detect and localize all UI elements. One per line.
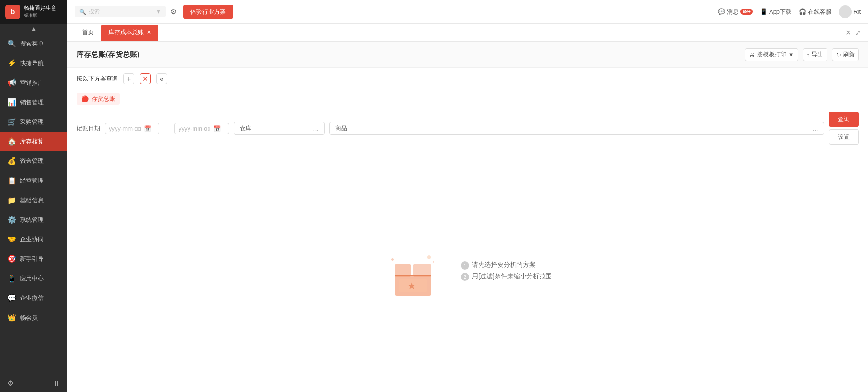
sidebar-label-operation: 经营管理	[20, 177, 44, 185]
date-label: 记账日期	[77, 124, 100, 132]
sidebar-label-member: 畅会员	[20, 314, 38, 322]
sidebar-icon-marketing: 📢	[7, 78, 15, 87]
date-end-input[interactable]: yyyy-mm-dd 📅	[174, 123, 229, 134]
logo-text: 畅捷通好生意	[24, 5, 56, 12]
print-button[interactable]: 🖨 按模板打印 ▼	[745, 48, 798, 61]
sidebar-item-sales[interactable]: 📊 销售管理	[0, 92, 67, 112]
sidebar-icon-operation: 📋	[7, 176, 15, 185]
empty-text: 1 请先选择要分析的方案 2 用[过滤]条件来缩小分析范围	[461, 258, 552, 284]
sidebar-item-system[interactable]: ⚙️ 系统管理	[0, 210, 67, 229]
sidebar-icon-search: 🔍	[7, 39, 15, 48]
sidebar-label-shortcut: 快捷导航	[20, 59, 44, 67]
query-form: 记账日期 yyyy-mm-dd 📅 — yyyy-mm-dd 📅 仓库 … 商品…	[67, 107, 868, 149]
search-dropdown-icon: ▼	[156, 9, 161, 15]
tab-expand-icon[interactable]: ⤢	[855, 28, 861, 37]
sidebar-label-sales: 销售管理	[20, 98, 44, 107]
tab-home[interactable]: 首页	[75, 25, 101, 41]
sidebar-item-shortcut[interactable]: ⚡ 快捷导航	[0, 53, 67, 73]
audio-icon[interactable]: ⏸	[53, 379, 60, 387]
sidebar-item-search[interactable]: 🔍 搜索菜单	[0, 34, 67, 53]
search-icon: 🔍	[79, 9, 86, 15]
sidebar-icon-system: ⚙️	[7, 215, 15, 224]
product-input[interactable]: 商品 …	[329, 122, 824, 135]
filter-collapse-button[interactable]: ✕	[140, 73, 151, 84]
sidebar-item-finance[interactable]: 💰 资金管理	[0, 151, 67, 171]
sidebar-scroll-up[interactable]: ▲	[0, 24, 67, 34]
sidebar-logo: b 畅捷通好生意 标准版	[0, 0, 67, 24]
app-download-button[interactable]: 📱 App下载	[760, 8, 791, 16]
svg-rect-2	[413, 264, 431, 277]
sidebar-icon-inventory: 🏠	[7, 137, 15, 146]
sidebar-item-wechat[interactable]: 💬 企业微信	[0, 288, 67, 308]
headset-icon: 🎧	[799, 8, 806, 15]
svg-point-6	[391, 258, 394, 261]
settings-icon[interactable]: ⚙	[7, 379, 14, 387]
date-start-placeholder: yyyy-mm-dd	[109, 125, 141, 132]
sidebar-label-search: 搜索菜单	[20, 40, 44, 48]
search-placeholder: 搜索	[89, 8, 100, 15]
avatar	[839, 5, 852, 18]
sidebar-item-operation[interactable]: 📋 经营管理	[0, 171, 67, 190]
refresh-icon: ↻	[836, 51, 841, 58]
sidebar-item-newguide[interactable]: 🎯 新手引导	[0, 249, 67, 269]
sidebar-label-newguide: 新手引导	[20, 255, 44, 263]
product-more-icon: …	[812, 125, 818, 132]
sidebar-item-purchase[interactable]: 🛒 采购管理	[0, 112, 67, 132]
hint1-number: 1	[461, 261, 469, 270]
sidebar-icon-shortcut: ⚡	[7, 59, 15, 67]
sidebar-icon-sales: 📊	[7, 98, 15, 107]
logo-sub: 标准版	[24, 12, 56, 19]
sidebar-item-appcenter[interactable]: 📱 应用中心	[0, 269, 67, 288]
svg-rect-1	[395, 264, 411, 277]
sidebar-item-inventory[interactable]: 🏠 库存核算	[0, 132, 67, 151]
tab-inventory-ledger[interactable]: 库存成本总账 ✕	[101, 25, 158, 41]
sidebar-label-appcenter: 应用中心	[20, 275, 44, 283]
sub-filter-icon: 🔴	[81, 95, 89, 102]
export-icon: ↑	[807, 51, 810, 58]
gear-icon[interactable]: ⚙	[170, 7, 177, 16]
search-bar[interactable]: 🔍 搜索 ▼	[75, 6, 166, 17]
sidebar-icon-basic: 📁	[7, 196, 15, 204]
date-start-input[interactable]: yyyy-mm-dd 📅	[105, 123, 159, 134]
refresh-button[interactable]: ↻ 刷新	[832, 48, 859, 61]
filter-arrow-button[interactable]: «	[156, 73, 167, 84]
sidebar-item-enterprise[interactable]: 🤝 企业协同	[0, 229, 67, 249]
sidebar-label-marketing: 营销推广	[20, 79, 44, 87]
calendar-start-icon: 📅	[144, 125, 151, 132]
sidebar-icon-newguide: 🎯	[7, 255, 15, 263]
warehouse-input[interactable]: 仓库 …	[234, 122, 325, 135]
hint2-text: 用[过滤]条件来缩小分析范围	[472, 272, 552, 280]
export-button[interactable]: ↑ 导出	[803, 48, 828, 61]
warehouse-more-icon: …	[313, 125, 319, 132]
sidebar-item-member[interactable]: 👑 畅会员	[0, 308, 67, 327]
date-end-placeholder: yyyy-mm-dd	[179, 125, 211, 132]
sidebar-icon-appcenter: 📱	[7, 274, 15, 283]
online-service-button[interactable]: 🎧 在线客服	[799, 8, 832, 16]
sidebar-label-inventory: 库存核算	[20, 137, 44, 146]
sidebar-label-basic: 基础信息	[20, 196, 44, 204]
print-dropdown-icon: ▼	[788, 51, 794, 58]
tab-close-icon[interactable]: ✕	[147, 29, 151, 36]
tab-close-panel-icon[interactable]: ✕	[845, 28, 851, 37]
settings-button[interactable]: 设置	[829, 129, 859, 145]
sidebar-icon-wechat: 💬	[7, 294, 15, 302]
sidebar-item-marketing[interactable]: 📢 营销推广	[0, 73, 67, 92]
sidebar-label-purchase: 采购管理	[20, 118, 44, 126]
user-avatar[interactable]: Rit	[839, 5, 861, 18]
trial-button[interactable]: 体验行业方案	[183, 5, 233, 19]
sub-filter-item[interactable]: 🔴 存货总账	[77, 93, 120, 105]
sidebar-item-basic[interactable]: 📁 基础信息	[0, 190, 67, 210]
sidebar-label-system: 系统管理	[20, 216, 44, 224]
empty-illustration: ★	[383, 241, 443, 300]
filter-add-button[interactable]: +	[123, 73, 134, 84]
message-button[interactable]: 💬 消息 99+	[718, 8, 753, 16]
hint2-number: 2	[461, 273, 469, 281]
logo-icon: b	[5, 5, 20, 19]
date-separator: —	[164, 125, 170, 132]
topbar-right: 💬 消息 99+ 📱 App下载 🎧 在线客服 Rit	[718, 5, 861, 18]
sub-filter-bar: 🔴 存货总账	[67, 90, 868, 107]
calendar-end-icon: 📅	[214, 125, 221, 132]
page-header: 库存总账(存货总账) 🖨 按模板打印 ▼ ↑ 导出 ↻ 刷新	[67, 42, 868, 68]
query-button[interactable]: 查询	[829, 112, 859, 127]
tab-bar: 首页 库存成本总账 ✕ ✕ ⤢	[67, 24, 868, 42]
